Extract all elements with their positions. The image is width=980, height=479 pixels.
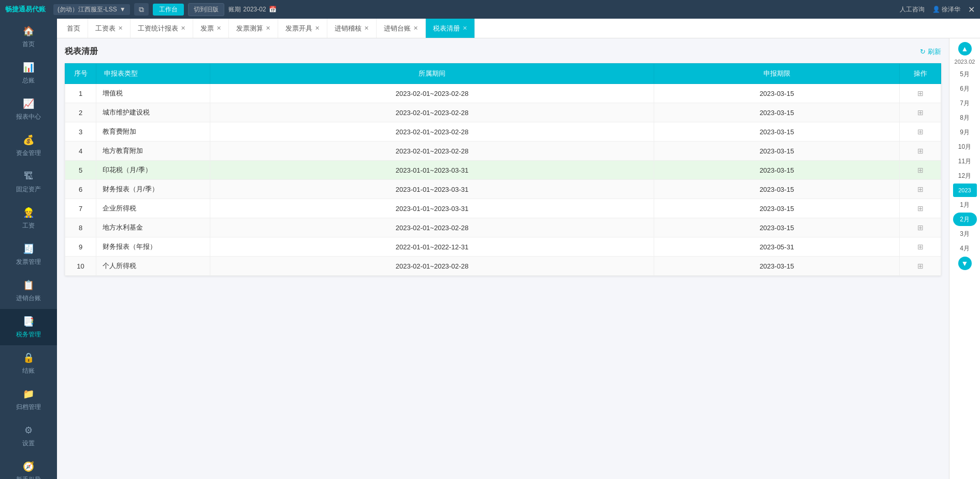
- cell-period: 2023-02-01~2023-02-28: [210, 103, 654, 122]
- action-icon[interactable]: ⊞: [917, 243, 924, 251]
- tab-wages-table-label: 工资表: [95, 24, 116, 33]
- sidebar-item-reconcile[interactable]: 📋 进销台账: [0, 273, 57, 309]
- period-display: 账期 2023-02 📅: [228, 5, 277, 14]
- action-icon[interactable]: ⊞: [917, 223, 924, 232]
- action-icon[interactable]: ⊞: [917, 262, 924, 270]
- month-apr-2023[interactable]: 4月: [953, 242, 977, 255]
- tab-wages-stats[interactable]: 工资统计报表 ✕: [131, 19, 193, 38]
- tab-purchase-ledger[interactable]: 进销台账 ✕: [377, 19, 426, 38]
- help-button[interactable]: 人工咨询: [900, 5, 925, 14]
- action-icon[interactable]: ⊞: [917, 89, 924, 97]
- tab-wages-table-close[interactable]: ✕: [118, 25, 123, 32]
- tab-tax-list[interactable]: 税表清册 ✕: [426, 19, 475, 38]
- month-oct[interactable]: 10月: [953, 140, 977, 153]
- cell-action: ⊞: [900, 257, 941, 276]
- copy-icon[interactable]: ⧉: [134, 3, 149, 16]
- tab-invoice-calc-close[interactable]: ✕: [266, 25, 270, 32]
- action-icon[interactable]: ⊞: [917, 204, 924, 213]
- cell-deadline: 2023-05-31: [654, 237, 900, 257]
- cell-deadline: 2023-03-15: [654, 122, 900, 142]
- cell-period: 2023-02-01~2023-02-28: [210, 122, 654, 142]
- tab-home[interactable]: 首页: [60, 19, 88, 38]
- month-mar-2023[interactable]: 3月: [953, 227, 977, 241]
- sidebar-label-settings: 设置: [22, 439, 35, 448]
- sidebar-item-settings[interactable]: ⚙ 设置: [0, 418, 57, 454]
- cell-period: 2023-02-01~2023-02-28: [210, 84, 654, 103]
- cell-type: 教育费附加: [96, 122, 210, 142]
- table-row: 10 个人所得税 2023-02-01~2023-02-28 2023-03-1…: [65, 257, 941, 276]
- action-icon[interactable]: ⊞: [917, 166, 924, 174]
- table-row: 7 企业所得税 2023-01-01~2023-03-31 2023-03-15…: [65, 199, 941, 218]
- action-icon[interactable]: ⊞: [917, 108, 924, 117]
- sidebar-item-tax[interactable]: 📑 税务管理: [0, 309, 57, 345]
- sidebar-item-report[interactable]: 📈 报表中心: [0, 91, 57, 128]
- date-nav-down[interactable]: ▼: [958, 257, 972, 270]
- cell-action: ⊞: [900, 218, 941, 237]
- user-menu[interactable]: 👤 徐泽华: [932, 5, 960, 14]
- tab-invoice-open-label: 发票开具: [285, 24, 312, 33]
- close-window-icon[interactable]: ✕: [968, 5, 975, 15]
- sidebar-item-funds[interactable]: 💰 资金管理: [0, 128, 57, 164]
- tab-wages-stats-close[interactable]: ✕: [181, 25, 185, 32]
- tab-purchase-audit-close[interactable]: ✕: [364, 25, 369, 32]
- month-nov[interactable]: 11月: [953, 154, 977, 168]
- refresh-icon: ↻: [920, 48, 926, 55]
- cell-no: 3: [65, 122, 96, 142]
- sidebar-label-tax: 税务管理: [16, 330, 41, 339]
- tab-purchase-ledger-close[interactable]: ✕: [413, 25, 418, 32]
- page-title: 税表清册: [65, 46, 98, 57]
- reconcile-icon: 📋: [22, 279, 35, 291]
- sidebar-item-home[interactable]: 🏠 首页: [0, 19, 57, 55]
- month-sep[interactable]: 9月: [953, 125, 977, 139]
- cell-type: 印花税（月/季）: [96, 161, 210, 180]
- sidebar-label-guide: 新手引导: [16, 475, 41, 479]
- cell-deadline: 2023-03-15: [654, 161, 900, 180]
- cell-action: ⊞: [900, 199, 941, 218]
- sidebar-item-ledger[interactable]: 📊 总账: [0, 55, 57, 91]
- sidebar-item-assets[interactable]: 🏗 固定资产: [0, 164, 57, 200]
- tab-invoice-close[interactable]: ✕: [217, 25, 221, 32]
- cell-type: 地方水利基金: [96, 218, 210, 237]
- table-row: 6 财务报表（月/季） 2023-01-01~2023-03-31 2023-0…: [65, 180, 941, 199]
- sidebar-item-invoice[interactable]: 🧾 发票管理: [0, 236, 57, 273]
- switch-version-button[interactable]: 切到旧版: [188, 3, 224, 16]
- month-jul[interactable]: 7月: [953, 96, 977, 110]
- cell-no: 8: [65, 218, 96, 237]
- action-icon[interactable]: ⊞: [917, 147, 924, 155]
- year-2023-label[interactable]: 2023: [953, 184, 977, 197]
- home-icon: 🏠: [22, 25, 35, 37]
- sidebar-item-close[interactable]: 🔒 结账: [0, 345, 57, 382]
- cell-type: 城市维护建设税: [96, 103, 210, 122]
- month-jun[interactable]: 6月: [953, 82, 977, 95]
- tab-tax-list-close[interactable]: ✕: [463, 25, 467, 32]
- tab-invoice[interactable]: 发票 ✕: [193, 19, 229, 38]
- action-icon[interactable]: ⊞: [917, 128, 924, 136]
- tab-wages-table[interactable]: 工资表 ✕: [88, 19, 131, 38]
- month-feb-2023[interactable]: 2月: [953, 213, 977, 226]
- sidebar-item-archive[interactable]: 📁 归档管理: [0, 382, 57, 418]
- action-icon[interactable]: ⊞: [917, 185, 924, 193]
- sidebar-item-guide[interactable]: 🧭 新手引导: [0, 454, 57, 479]
- tab-purchase-audit-label: 进销稽核: [335, 24, 362, 33]
- month-dec[interactable]: 12月: [953, 169, 977, 182]
- month-aug[interactable]: 8月: [953, 111, 977, 124]
- month-jan-2023[interactable]: 1月: [953, 198, 977, 212]
- tab-invoice-open[interactable]: 发票开具 ✕: [278, 19, 327, 38]
- refresh-button[interactable]: ↻ 刷新: [920, 47, 941, 57]
- month-may[interactable]: 5月: [953, 67, 977, 81]
- content-area: 首页 工资表 ✕ 工资统计报表 ✕ 发票 ✕ 发票测算 ✕ 发票开具 ✕: [57, 19, 980, 479]
- tab-invoice-calc[interactable]: 发票测算 ✕: [229, 19, 278, 38]
- period-label: 账期: [228, 5, 241, 14]
- tab-invoice-open-close[interactable]: ✕: [315, 25, 320, 32]
- cell-no: 5: [65, 161, 96, 180]
- cell-action: ⊞: [900, 84, 941, 103]
- tab-purchase-audit[interactable]: 进销稽核 ✕: [327, 19, 377, 38]
- calendar-icon[interactable]: 📅: [269, 6, 277, 13]
- tab-wages-stats-label: 工资统计报表: [138, 24, 178, 33]
- company-selector[interactable]: (勿动）江西服至-LSS ▼: [53, 4, 130, 15]
- workspace-button[interactable]: 工作台: [153, 4, 184, 16]
- date-nav-up[interactable]: ▲: [958, 42, 972, 55]
- tab-bar: 首页 工资表 ✕ 工资统计报表 ✕ 发票 ✕ 发票测算 ✕ 发票开具 ✕: [57, 19, 980, 38]
- cell-no: 7: [65, 199, 96, 218]
- sidebar-item-wages[interactable]: 👷 工资: [0, 200, 57, 236]
